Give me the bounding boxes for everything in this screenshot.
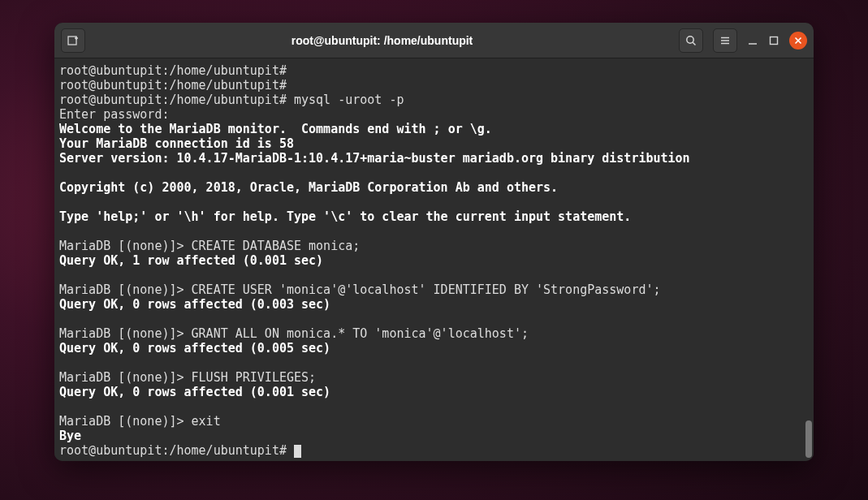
terminal-line: Enter password: (59, 107, 169, 122)
terminal-line: MariaDB [(none)]> CREATE USER 'monica'@'… (59, 282, 661, 297)
terminal-line: root@ubuntupit:/home/ubuntupit# (59, 63, 287, 78)
terminal-line: Query OK, 0 rows affected (0.005 sec) (59, 341, 330, 356)
terminal-line: Server version: 10.4.17-MariaDB-1:10.4.1… (59, 151, 690, 166)
close-icon (794, 37, 802, 45)
terminal-line: MariaDB [(none)]> FLUSH PRIVILEGES; (59, 370, 316, 385)
menu-button[interactable] (713, 28, 737, 53)
terminal-output: root@ubuntupit:/home/ubuntupit# root@ubu… (59, 63, 809, 458)
hamburger-icon (719, 34, 732, 47)
terminal-body[interactable]: root@ubuntupit:/home/ubuntupit# root@ubu… (54, 58, 814, 461)
terminal-line: Bye (59, 429, 81, 443)
terminal-line: Type 'help;' or '\h' for help. Type '\c'… (59, 209, 631, 224)
terminal-window: root@ubuntupit: /home/ubuntupit (54, 23, 814, 461)
maximize-icon (768, 35, 779, 46)
terminal-line: Welcome to the MariaDB monitor. Commands… (59, 122, 492, 136)
minimize-icon (747, 35, 758, 46)
titlebar-left (61, 28, 85, 53)
new-tab-icon (67, 34, 80, 47)
scrollbar-track[interactable] (805, 58, 812, 461)
terminal-line: root@ubuntupit:/home/ubuntupit# (59, 443, 294, 458)
terminal-line: Your MariaDB connection id is 58 (59, 136, 294, 151)
terminal-line: MariaDB [(none)]> CREATE DATABASE monica… (59, 239, 360, 253)
close-button[interactable] (789, 32, 807, 50)
terminal-line: root@ubuntupit:/home/ubuntupit# (59, 78, 287, 93)
search-icon (684, 34, 697, 47)
terminal-line: Query OK, 1 row affected (0.001 sec) (59, 253, 323, 268)
maximize-button[interactable] (768, 35, 779, 46)
scrollbar-thumb[interactable] (805, 420, 812, 458)
svg-rect-9 (771, 37, 778, 44)
svg-point-3 (687, 36, 693, 42)
terminal-line: Query OK, 0 rows affected (0.001 sec) (59, 385, 330, 399)
new-tab-button[interactable] (61, 28, 85, 53)
terminal-line: Copyright (c) 2000, 2018, Oracle, MariaD… (59, 180, 558, 195)
minimize-button[interactable] (747, 35, 758, 46)
terminal-line: Query OK, 0 rows affected (0.003 sec) (59, 297, 330, 312)
terminal-line: MariaDB [(none)]> exit (59, 414, 221, 429)
terminal-line: root@ubuntupit:/home/ubuntupit# mysql -u… (59, 93, 404, 107)
window-title: root@ubuntupit: /home/ubuntupit (85, 34, 679, 47)
terminal-line: MariaDB [(none)]> GRANT ALL ON monica.* … (59, 326, 529, 341)
cursor (294, 445, 301, 458)
titlebar-right (679, 28, 807, 53)
titlebar: root@ubuntupit: /home/ubuntupit (54, 23, 814, 58)
svg-line-4 (693, 42, 695, 45)
search-button[interactable] (679, 28, 703, 53)
